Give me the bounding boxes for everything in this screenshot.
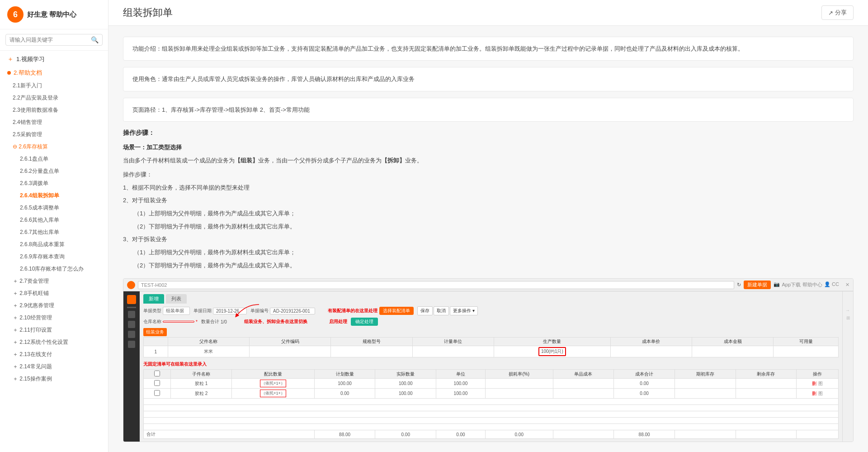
ss-lower-td-totalcost-1: 0.00 bbox=[614, 379, 675, 389]
sidebar-item-2-8[interactable]: ＋ 2.8手机旺铺 bbox=[0, 287, 108, 300]
ss-lower-td-op-1: 删 图 bbox=[797, 379, 839, 389]
ss-upper-td-name: 米米 bbox=[168, 346, 249, 357]
sidebar: 6 好生意 帮助中心 🔍 ＋ 1.视频学习 2.帮助文档 2.1新手入门 2.2… bbox=[0, 0, 108, 452]
scene1-step1: 1、根据不同的业务，选择不同单据的类型来处理 bbox=[123, 182, 854, 194]
sidebar-item-2-6-3[interactable]: 2.6.3调拨单 bbox=[0, 177, 108, 190]
scene1-step3-1: （1）上部明细为父件明细，最终作为原材料生成其它出库单； bbox=[123, 247, 854, 258]
search-icon[interactable]: 🔍 bbox=[91, 36, 99, 43]
ss-save-btn[interactable]: 保存 bbox=[417, 306, 433, 315]
sidebar-item-2-6-4[interactable]: 2.6.4组装拆卸单 bbox=[0, 190, 108, 202]
ss-delete-1[interactable]: 删 bbox=[812, 381, 816, 386]
sidebar-item-2-12[interactable]: ＋ 2.12系统个性化设置 bbox=[0, 336, 108, 348]
ss-tab-new[interactable]: 新增 bbox=[143, 294, 164, 304]
sidebar-item-2-10[interactable]: ＋ 2.10经营管理 bbox=[0, 312, 108, 324]
share-icon: ↗ bbox=[828, 10, 833, 16]
ss-img-2[interactable]: 图 bbox=[818, 391, 823, 396]
ss-doctype-input[interactable]: 组装单据 bbox=[163, 307, 190, 315]
table-row bbox=[144, 424, 839, 430]
plus-icon: ＋ bbox=[7, 55, 14, 63]
ss-lower-th-actual: 实际数量 bbox=[375, 370, 436, 379]
search-bar: 🔍 bbox=[0, 29, 108, 51]
ss-upper-th-code: 父件编码 bbox=[250, 338, 331, 346]
ss-docno-label: 单据编号 bbox=[250, 308, 269, 314]
active-dot bbox=[7, 71, 11, 75]
sidebar-item-2-5[interactable]: 2.5采购管理 bbox=[0, 128, 108, 141]
table-row: 胶粒 1 （依托+1+） 100.00 100.00 100.00 0.00 bbox=[144, 379, 839, 389]
ss-delete-2[interactable]: 删 bbox=[812, 391, 816, 396]
ss-new-btn[interactable]: 新建单据 bbox=[744, 281, 771, 289]
ss-total-1: 88.00 bbox=[314, 430, 375, 439]
ss-cancel-btn[interactable]: 取消 bbox=[434, 306, 449, 315]
sidebar-item-2-2[interactable]: 2.2产品安装及登录 bbox=[0, 92, 108, 104]
sidebar-item-2-14[interactable]: ＋ 2.14常见问题 bbox=[0, 361, 108, 373]
ss-row1-check[interactable] bbox=[154, 380, 160, 386]
ss-upper-table-label: 组装业务 bbox=[143, 328, 167, 336]
ss-total-5 bbox=[553, 430, 614, 439]
sidebar-item-2-1[interactable]: 2.1新手入门 bbox=[0, 80, 108, 92]
scene1-title: 场景一：加工类型选择 bbox=[123, 143, 854, 152]
sidebar-item-2-15[interactable]: ＋ 2.15操作案例 bbox=[0, 373, 108, 385]
ss-field-doctype: 单据类型 组装单据 bbox=[143, 307, 190, 315]
ss-ratio-input-1[interactable]: （依托+1+） bbox=[260, 380, 286, 387]
ss-lower-td-op-2: 删 图 bbox=[797, 389, 839, 399]
ss-upper-th-avail: 可用量 bbox=[774, 338, 839, 346]
sidebar-item-2-6-2[interactable]: 2.6.2分量盘点单 bbox=[0, 165, 108, 177]
ss-lower-td-remain-1 bbox=[736, 379, 797, 389]
ss-nav-icon-2 bbox=[128, 311, 135, 318]
sidebar-item-2-6-7[interactable]: 2.6.7其他出库单 bbox=[0, 226, 108, 238]
ss-bell-icon: 📷 bbox=[774, 281, 780, 288]
ss-upper-td-amount bbox=[692, 346, 773, 357]
ss-tab-list[interactable]: 列表 bbox=[166, 294, 187, 304]
sidebar-item-2-6-9[interactable]: 2.6.9库存账本查询 bbox=[0, 251, 108, 263]
ss-total-2: 0.00 bbox=[375, 430, 436, 439]
sidebar-item-2-6-5[interactable]: 2.6.5成本调整单 bbox=[0, 202, 108, 214]
ss-right-icon-1: ↑ bbox=[845, 309, 850, 312]
ss-totals-label: 合计 bbox=[144, 430, 315, 439]
ss-close-icon[interactable]: ✕ bbox=[845, 282, 849, 288]
ss-left-nav bbox=[123, 291, 140, 442]
ss-confirm-btn[interactable]: 确定处理 bbox=[351, 318, 378, 326]
ss-reload-icon: ↻ bbox=[737, 282, 741, 288]
search-input[interactable] bbox=[9, 37, 91, 43]
ss-choose-bom-btn[interactable]: 选择装配清单 bbox=[379, 307, 414, 315]
sidebar-item-2-6-10[interactable]: 2.6.10库存账本错了怎么办 bbox=[0, 263, 108, 275]
ss-warehouse-input[interactable] bbox=[163, 321, 194, 323]
ss-docno-input[interactable]: AD-20191226-001 bbox=[270, 308, 315, 314]
ss-select-all[interactable] bbox=[154, 371, 160, 376]
ss-more-btn[interactable]: 更多操作 ▾ bbox=[450, 306, 478, 315]
sidebar-item-2-3[interactable]: 2.3使用前数据准备 bbox=[0, 104, 108, 116]
sidebar-item-2-7[interactable]: ＋ 2.7资金管理 bbox=[0, 275, 108, 287]
sidebar-item-2-11[interactable]: ＋ 2.11打印设置 bbox=[0, 324, 108, 336]
ss-lower-td-begin-2 bbox=[675, 389, 736, 399]
ss-row2-check[interactable] bbox=[154, 390, 160, 396]
scene1-steps-title: 操作步骤： bbox=[123, 169, 854, 181]
ss-nav-icon-3 bbox=[128, 321, 135, 328]
sidebar-item-video[interactable]: ＋ 1.视频学习 bbox=[0, 52, 108, 66]
content-area: 功能介绍：组装拆卸单用来处理企业组装或拆卸等加工业务，支持有固定装配清单的产品加… bbox=[108, 26, 868, 452]
sidebar-item-video-label: 1.视频学习 bbox=[16, 55, 45, 63]
sidebar-item-docs[interactable]: 2.帮助文档 bbox=[0, 66, 108, 80]
sidebar-item-2-4[interactable]: 2.4销售管理 bbox=[0, 116, 108, 128]
sidebar-item-2-6-8[interactable]: 2.6.8商品成本重算 bbox=[0, 238, 108, 251]
ss-upper-qty-input[interactable]: 100(约1只) bbox=[538, 347, 566, 356]
share-button[interactable]: ↗ 分享 bbox=[821, 5, 854, 20]
ss-lower-td-loss-2 bbox=[485, 389, 553, 399]
ss-lower-td-unit-1: 100.00 bbox=[436, 379, 486, 389]
ss-ratio-input-2[interactable]: （依托+1+） bbox=[260, 390, 286, 397]
ss-warehouse-label: 仓库名称 bbox=[143, 319, 161, 325]
sidebar-item-2-6-1[interactable]: 2.6.1盘点单 bbox=[0, 153, 108, 165]
ss-lower-td-sel-1 bbox=[144, 379, 171, 389]
ss-lower-th-plan: 计划数量 bbox=[314, 370, 375, 379]
sidebar-item-2-13[interactable]: ＋ 2.13在线支付 bbox=[0, 348, 108, 361]
path-text: 页面路径：1、库存核算->库存管理->组装拆卸单 2、首页->常用功能 bbox=[132, 106, 310, 113]
sidebar-item-2-6[interactable]: ⊖ 2.6库存核算 bbox=[0, 141, 108, 153]
sidebar-item-2-9[interactable]: ＋ 2.9优惠券管理 bbox=[0, 300, 108, 312]
ss-date-input[interactable]: 2019-12-26 bbox=[213, 308, 247, 314]
path-block: 页面路径：1、库存核算->库存管理->组装拆卸单 2、首页->常用功能 bbox=[123, 98, 854, 122]
ss-img-1[interactable]: 图 bbox=[818, 381, 823, 386]
scene1-step3-2: （2）下部明细为子件明细，最终作为产成品生成其它入库单。 bbox=[123, 260, 854, 271]
sidebar-item-2-6-6[interactable]: 2.6.6其他入库单 bbox=[0, 214, 108, 226]
share-label: 分享 bbox=[835, 9, 847, 17]
intro-text-2: 使用角色：通常由生产人员或库管人员完成拆装业务的操作，库管人员确认原材料的出库和… bbox=[132, 76, 415, 82]
ss-lower-td-unit-2: 100.00 bbox=[436, 389, 486, 399]
